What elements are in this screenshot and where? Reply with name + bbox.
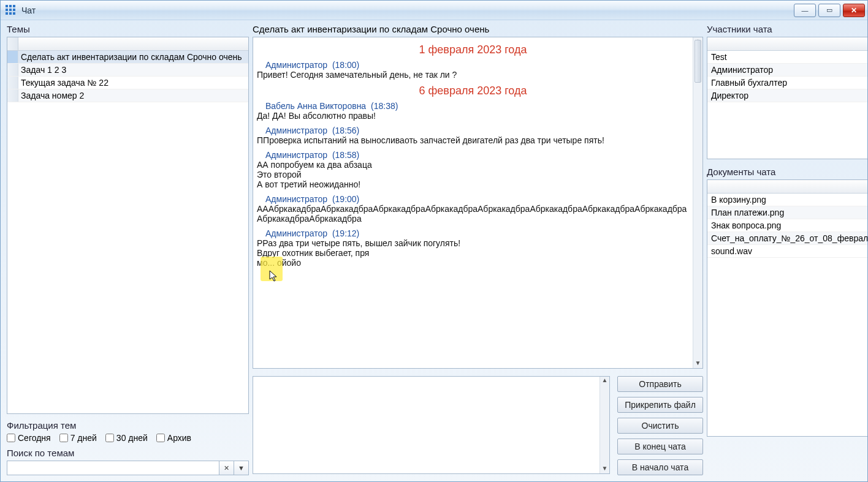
- date-separator: 6 февраля 2023 года: [257, 85, 689, 97]
- date-separator: 1 февраля 2023 года: [257, 43, 689, 56]
- maximize-button[interactable]: ▭: [818, 4, 840, 17]
- app-icon: [6, 5, 17, 16]
- send-button[interactable]: Отправить: [617, 376, 703, 392]
- participants-listbox[interactable]: TestАдминистраторГлавный бухгалтерДирект…: [707, 37, 867, 159]
- search-label: Поиск по темам: [7, 448, 249, 458]
- filter-label: Фильтрация тем: [7, 420, 249, 431]
- participant-row[interactable]: Test: [707, 51, 867, 64]
- topics-label: Темы: [7, 24, 249, 34]
- chat-message: Администратор (18:56)ППроверка испытаний…: [257, 126, 689, 145]
- chat-message: Администратор (18:00)Привет! Сегодня зам…: [257, 60, 689, 80]
- compose-vscroll[interactable]: ▲ ▼: [600, 377, 609, 473]
- search-clear-button[interactable]: ✕: [219, 461, 234, 475]
- filter-check[interactable]: 7 дней: [59, 433, 97, 443]
- doc-row[interactable]: sound.wav: [707, 245, 867, 258]
- to-start-button[interactable]: В начало чата: [617, 459, 703, 475]
- topic-row[interactable]: Задач 1 2 3: [7, 64, 248, 77]
- topic-search-input[interactable]: [7, 461, 219, 475]
- chat-message: Администратор (19:12)РРаз два три четыре…: [257, 228, 689, 268]
- chat-scroll[interactable]: 1 февраля 2023 годаАдминистратор (18:00)…: [253, 37, 693, 368]
- chat-heading: Сделать акт инвентаризации по складам Ср…: [253, 24, 703, 34]
- topic-row[interactable]: Сделать акт инвентаризации по складам Ср…: [7, 51, 248, 64]
- filter-check[interactable]: 30 дней: [105, 433, 148, 443]
- doc-row[interactable]: Знак вопроса.png: [707, 219, 867, 232]
- titlebar: Чат — ▭ ✕: [1, 1, 867, 20]
- participants-label: Участники чата: [707, 24, 867, 34]
- right-column: Участники чата TestАдминистраторГлавный …: [707, 24, 867, 475]
- doc-row[interactable]: Счет_на_оплату_№_26_от_08_февраля_2023.p…: [707, 232, 867, 245]
- filter-check[interactable]: Архив: [156, 433, 191, 443]
- close-button[interactable]: ✕: [843, 4, 865, 17]
- minimize-button[interactable]: —: [794, 4, 816, 17]
- topic-row[interactable]: Задача номер 2: [7, 89, 248, 102]
- compose-input[interactable]: [253, 377, 600, 473]
- topics-column: Темы Сделать акт инвентаризации по склад…: [7, 24, 249, 475]
- chat-window: Чат — ▭ ✕ Темы Сделать акт инвентаризаци…: [0, 0, 868, 482]
- chat-message: Администратор (19:00)АААбркакадбраАбркак…: [257, 194, 689, 224]
- chat-message: Администратор (18:58)АА попробуем ка два…: [257, 150, 689, 189]
- participant-row[interactable]: Главный бухгалтер: [707, 77, 867, 89]
- docs-listbox[interactable]: В корзину.pngПлан платежи.pngЗнак вопрос…: [707, 179, 867, 437]
- topics-listbox[interactable]: Сделать акт инвентаризации по складам Ср…: [7, 37, 249, 414]
- window-title: Чат: [21, 6, 794, 15]
- participant-row[interactable]: Директор: [707, 89, 867, 102]
- search-dropdown-button[interactable]: ▼: [234, 461, 249, 475]
- mouse-cursor-icon: [269, 270, 279, 282]
- docs-label: Документы чата: [707, 167, 867, 177]
- attach-button[interactable]: Прикрепить файл: [617, 397, 703, 413]
- chat-message: Вабель Анна Викторовна (18:38)Да! ДА! Вы…: [257, 101, 689, 121]
- chat-vscroll[interactable]: ▲ ▼: [693, 37, 702, 368]
- filter-check[interactable]: Сегодня: [7, 433, 51, 443]
- clear-button[interactable]: Очистить: [617, 418, 703, 434]
- participant-row[interactable]: Администратор: [707, 64, 867, 77]
- compose-box: ▲ ▼: [253, 376, 610, 474]
- to-end-button[interactable]: В конец чата: [617, 439, 703, 454]
- doc-row[interactable]: В корзину.png: [707, 194, 867, 206]
- doc-row[interactable]: План платежи.png: [707, 206, 867, 219]
- topics-hscroll[interactable]: ◄►: [7, 413, 248, 414]
- topic-row[interactable]: Текущая задача № 22: [7, 77, 248, 89]
- chat-column: Сделать акт инвентаризации по складам Ср…: [253, 24, 703, 475]
- chat-pane: 1 февраля 2023 годаАдминистратор (18:00)…: [253, 37, 703, 369]
